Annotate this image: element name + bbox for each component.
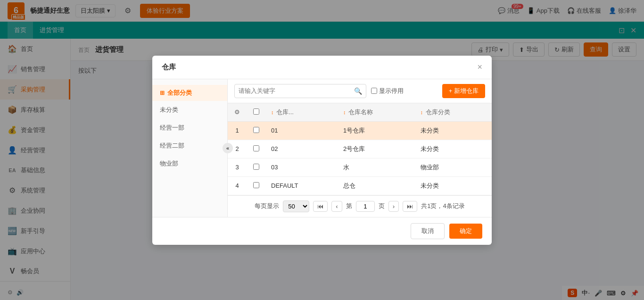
select-all-checkbox[interactable]: [253, 108, 259, 115]
collapse-panel-button[interactable]: «: [223, 143, 233, 153]
modal-title: 仓库: [162, 63, 176, 72]
category-all[interactable]: ⊞ 全部分类: [152, 85, 227, 101]
category-all-label: 全部分类: [167, 89, 192, 97]
row-name: 1号仓库: [338, 121, 414, 140]
row-category: 未分类: [415, 140, 492, 158]
row-checkbox: [247, 121, 265, 140]
row-category: 物业部: [415, 158, 492, 176]
modal-body: ⊞ 全部分类 未分类 经营一部 经营二部 物业部 «: [152, 79, 492, 217]
confirm-button[interactable]: 确定: [449, 224, 482, 239]
row-select-checkbox[interactable]: [253, 127, 259, 133]
category-item-ops2[interactable]: 经营二部: [152, 137, 227, 155]
page-input[interactable]: [356, 201, 375, 212]
row-code: 01: [265, 121, 338, 140]
category-panel: ⊞ 全部分类 未分类 经营一部 经营二部 物业部 «: [152, 79, 228, 217]
modal-close-button[interactable]: ×: [477, 62, 482, 72]
row-code: DEFAULT: [265, 176, 338, 195]
warehouse-table: ⚙ ↕ 仓库... ↕: [228, 103, 492, 195]
category-item-ops1[interactable]: 经营一部: [152, 119, 227, 137]
table-row[interactable]: 1 01 1号仓库 未分类: [228, 121, 492, 140]
pagination: 每页显示 50 10 20 100 ⏮ ‹ 第 页 › ⏭ 共1页，4条记录: [228, 195, 492, 217]
page-label: 第: [346, 202, 352, 210]
table-row[interactable]: 4 DEFAULT 总仓 未分类: [228, 176, 492, 195]
page-prev-button[interactable]: ‹: [331, 201, 342, 212]
modal-header: 仓库 ×: [152, 56, 492, 79]
show-disabled-wrap: 显示停用: [371, 87, 404, 95]
modal-footer: 取消 确定: [152, 217, 492, 245]
cancel-button[interactable]: 取消: [411, 223, 445, 239]
category-item-unclassified[interactable]: 未分类: [152, 101, 227, 119]
table-toolbar: 🔍 显示停用 + 新增仓库: [228, 79, 492, 103]
grid-icon: ⊞: [160, 90, 165, 96]
row-checkbox: [247, 158, 265, 176]
search-icon: 🔍: [354, 87, 362, 95]
row-code: 03: [265, 158, 338, 176]
page-last-button[interactable]: ⏭: [403, 201, 417, 212]
page-suffix: 页: [379, 202, 385, 210]
table-row[interactable]: 3 03 水 物业部: [228, 158, 492, 176]
row-name: 总仓: [338, 176, 414, 195]
col-code: ↕ 仓库...: [265, 103, 338, 122]
page-next-button[interactable]: ›: [388, 201, 399, 212]
total-info: 共1页，4条记录: [421, 202, 464, 210]
row-num: 4: [228, 176, 247, 195]
row-num: 3: [228, 158, 247, 176]
per-page-select[interactable]: 50 10 20 100: [283, 200, 309, 212]
row-checkbox: [247, 176, 265, 195]
col-gear: ⚙: [228, 103, 247, 122]
gear-col-icon[interactable]: ⚙: [234, 108, 240, 116]
per-page-label: 每页显示: [255, 202, 279, 210]
col-name: ↕ 仓库名称: [338, 103, 414, 122]
row-checkbox: [247, 140, 265, 158]
search-input[interactable]: [239, 87, 354, 94]
sort-icon: ↕: [271, 109, 274, 115]
row-category: 未分类: [415, 121, 492, 140]
row-select-checkbox[interactable]: [253, 182, 259, 188]
warehouse-modal: 仓库 × ⊞ 全部分类 未分类 经营一部 经营二部: [152, 56, 492, 245]
row-actions: 1: [228, 121, 247, 140]
table-panel: 🔍 显示停用 + 新增仓库 ⚙: [228, 79, 492, 217]
page-first-button[interactable]: ⏮: [313, 201, 328, 212]
col-category: ↕ 仓库分类: [415, 103, 492, 122]
table-row[interactable]: 2 02 2号仓库 未分类: [228, 140, 492, 158]
show-disabled-checkbox[interactable]: [371, 88, 377, 94]
col-check: [247, 103, 265, 122]
sort-icon: ↕: [421, 109, 423, 115]
new-warehouse-button[interactable]: + 新增仓库: [442, 84, 485, 98]
row-code: 02: [265, 140, 338, 158]
row-name: 2号仓库: [338, 140, 414, 158]
category-item-property[interactable]: 物业部: [152, 155, 227, 173]
show-disabled-label: 显示停用: [379, 87, 404, 95]
row-select-checkbox[interactable]: [253, 164, 259, 170]
table-wrap: ⚙ ↕ 仓库... ↕: [228, 103, 492, 195]
modal-overlay: 仓库 × ⊞ 全部分类 未分类 经营一部 经营二部: [0, 0, 644, 300]
search-input-wrap: 🔍: [234, 84, 366, 98]
row-category: 未分类: [415, 176, 492, 195]
sort-icon: ↕: [343, 109, 346, 115]
row-name: 水: [338, 158, 414, 176]
row-select-checkbox[interactable]: [253, 145, 259, 151]
